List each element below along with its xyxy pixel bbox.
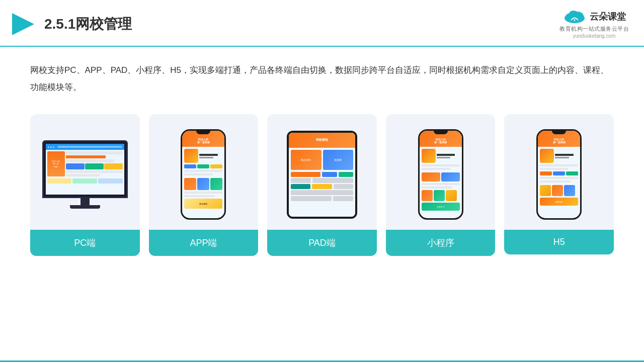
pad-label: PAD端 xyxy=(267,230,377,256)
cards-container: 职达人的第一堂网课 xyxy=(30,114,614,256)
page-title: 2.5.1网校管理 xyxy=(44,15,132,34)
pc-label: PC端 xyxy=(30,230,140,256)
logo-area: 云朵课堂 教育机构一站式服务云平台 yunduoketang.com xyxy=(559,9,629,39)
cloud-logo-icon xyxy=(562,9,587,24)
card-miniapp: 职达人的第一堂网课 xyxy=(386,114,496,256)
svg-point-4 xyxy=(569,11,578,18)
app-label: APP端 xyxy=(149,230,259,256)
header: 2.5.1网校管理 云朵课堂 教育机构一站式服务云平台 yunduoketang… xyxy=(0,0,644,47)
card-pc: 职达人的第一堂网课 xyxy=(30,114,140,256)
main-content: 网校支持PC、APP、PAD、小程序、H5，实现多端打通，产品各终端自由切换，数… xyxy=(0,47,644,266)
h5-device-image: 职达人的第一堂网课 xyxy=(511,124,607,225)
logo-domain: yunduoketang.com xyxy=(573,33,616,39)
h5-label: H5 xyxy=(504,230,614,254)
svg-marker-0 xyxy=(12,13,34,35)
miniapp-label: 小程序 xyxy=(386,230,496,256)
logo-name: 云朵课堂 xyxy=(590,11,626,23)
description-text: 网校支持PC、APP、PAD、小程序、H5，实现多端打通，产品各终端自由切换，数… xyxy=(30,62,614,96)
card-app: 职达人的第一堂网课 xyxy=(149,114,259,256)
card-h5: 职达人的第一堂网课 xyxy=(504,114,614,256)
svg-point-5 xyxy=(574,20,576,21)
pad-device-image: 网校课程 精品课程 直播课 xyxy=(274,124,370,225)
tablet-mockup: 网校课程 精品课程 直播课 xyxy=(287,131,357,219)
pc-device-image: 职达人的第一堂网课 xyxy=(37,124,133,225)
play-icon xyxy=(10,11,36,37)
app-device-image: 职达人的第一堂网课 xyxy=(156,124,252,225)
card-pad: 网校课程 精品课程 直播课 xyxy=(267,114,377,256)
logo-cloud: 云朵课堂 xyxy=(562,9,626,24)
header-left: 2.5.1网校管理 xyxy=(10,11,132,37)
logo-tagline: 教育机构一站式服务云平台 xyxy=(559,25,629,33)
pc-monitor: 职达人的第一堂网课 xyxy=(42,140,128,209)
miniapp-device-image: 职达人的第一堂网课 xyxy=(393,124,489,225)
